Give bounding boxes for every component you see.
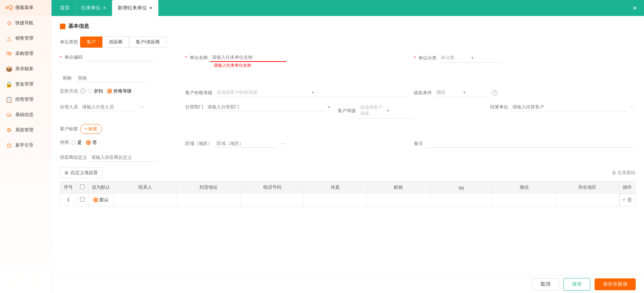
th-checkbox[interactable] — [77, 181, 88, 194]
purchase-icon: 🛍 — [6, 50, 13, 57]
payment-terms-select[interactable]: 现结 ▼ — [434, 88, 490, 97]
btn-type-supplier[interactable]: 供应商 — [102, 36, 129, 48]
remarks-input[interactable] — [425, 139, 636, 148]
td-address[interactable] — [177, 194, 240, 206]
radio-disable-no[interactable]: 否 — [86, 139, 97, 146]
unit-category-required: * — [414, 55, 416, 60]
supervisor-input[interactable] — [80, 103, 136, 111]
supervisor-row: 分管人员 ··· 分管部门 ▼ 客户等级 请选择客户等级 ▼ 结算单位 — [60, 103, 636, 119]
td-wechat[interactable] — [493, 194, 556, 206]
td-email[interactable] — [367, 194, 430, 206]
unit-code-label: 单位编码 — [64, 54, 83, 60]
sidebar-item-system[interactable]: ⚙ 系统管理 — [0, 122, 51, 138]
row-checkbox[interactable] — [80, 197, 85, 202]
radio-discount[interactable]: 折扣 — [88, 88, 103, 94]
save-button[interactable]: 保存 — [563, 278, 590, 291]
sidebar-item-sales[interactable]: △ 销售管理 — [0, 31, 51, 46]
sidebar-item-purchase[interactable]: 🛍 采购管理 — [0, 46, 51, 61]
btn-type-customer[interactable]: 客户 — [80, 36, 102, 48]
sidebar-item-finance[interactable]: 🔒 资金管理 — [0, 76, 51, 92]
region-input[interactable] — [214, 139, 277, 148]
th-default: 设为默认 — [88, 181, 114, 194]
sidebar-item-label: 新手引导 — [15, 142, 33, 148]
supervisor-more-btn[interactable]: ··· — [138, 104, 145, 110]
short-name-label: 简称 — [63, 75, 72, 81]
tab-new-unit-close[interactable]: ✕ — [149, 6, 152, 10]
delete-row-btn[interactable]: 🗑 — [627, 197, 633, 203]
table-header-row: 序号 设为默认 联系人 到货地址 电话号码 传真 邮箱 qq 微信 所在地区 操… — [60, 181, 636, 194]
th-index: 序号 — [60, 181, 77, 194]
short-name-field: 简称 — [60, 74, 178, 82]
customer-level-select[interactable]: 请选择客户等级 ▼ — [358, 103, 414, 119]
radio-disable-yes[interactable]: 是 — [71, 139, 82, 146]
settlement-unit-label: 结算单位 — [490, 104, 508, 110]
contacts-table: 序号 设为默认 联系人 到货地址 电话号码 传真 邮箱 qq 微信 所在地区 操… — [60, 181, 636, 206]
radio-default[interactable]: 默认 — [92, 197, 110, 203]
unit-code-input[interactable]: 000009 — [85, 53, 154, 62]
td-region[interactable] — [556, 194, 619, 206]
tab-new-unit[interactable]: 新增往来单位 ✕ — [112, 0, 158, 16]
help-icon-payment[interactable]: ? — [492, 90, 497, 96]
pricing-radio-group: 折扣 价格等级 — [88, 88, 132, 94]
delete-icon: 🗑 — [612, 170, 616, 175]
tab-units[interactable]: 往来单位 ✕ — [76, 0, 112, 16]
settlement-unit-input[interactable] — [510, 103, 626, 111]
sidebar: ≡Q 搜索菜单 ⊙ 快捷导航 △ 销售管理 🛍 采购管理 📦 库存核算 🔒 资金… — [0, 0, 52, 293]
td-fax[interactable] — [304, 194, 367, 206]
radio-price-level[interactable]: 价格等级 — [107, 88, 132, 94]
help-icon-pricing[interactable]: ? — [80, 88, 86, 94]
sidebar-item-basicinfo[interactable]: 🗂 基础信息 — [0, 107, 51, 122]
sidebar-item-quicknav[interactable]: ⊙ 快捷导航 — [0, 15, 51, 31]
unit-code-field: * 单位编码 000009 — [60, 53, 178, 62]
td-qq[interactable] — [430, 194, 493, 206]
sidebar-item-business[interactable]: 📋 经营管理 — [0, 92, 51, 107]
unit-name-input[interactable] — [210, 53, 286, 62]
tab-units-close[interactable]: ✕ — [103, 6, 106, 10]
add-tag-btn[interactable]: + 标签 — [80, 124, 102, 134]
add-row-btn[interactable]: + — [622, 197, 626, 203]
unit-type-label: 单位类型 — [60, 39, 78, 45]
section-icon — [60, 24, 65, 29]
tab-home[interactable]: 首页 — [54, 0, 76, 16]
close-all-tabs[interactable]: ✕ — [628, 5, 641, 11]
supplier-custom-input[interactable] — [89, 153, 159, 162]
department-label: 分管部门 — [185, 104, 203, 110]
save-add-button[interactable]: 保存并新增 — [595, 278, 636, 290]
custom-settings-btn[interactable]: ⚙ 自定义项设置 — [60, 167, 102, 178]
contact-input[interactable] — [117, 197, 173, 202]
region-table-input[interactable] — [559, 197, 615, 202]
unit-category-select[interactable]: 未分类 ▼ — [439, 53, 501, 63]
batch-delete-btn[interactable]: 🗑 批量删除 — [612, 170, 636, 176]
customer-level-label: 客户等级 — [338, 108, 356, 114]
department-input[interactable] — [205, 103, 325, 111]
fax-input[interactable] — [307, 197, 363, 202]
contacts-table-section: ⚙ 自定义项设置 🗑 批量删除 序号 设为默认 联系人 到货地址 电话 — [60, 167, 636, 206]
region-more-btn[interactable]: ··· — [279, 140, 286, 147]
td-checkbox[interactable] — [77, 194, 88, 206]
sidebar-item-search[interactable]: ≡Q 搜索菜单 — [0, 0, 51, 15]
td-contact[interactable] — [114, 194, 177, 206]
inventory-icon: 📦 — [6, 65, 13, 72]
sidebar-item-label: 资金管理 — [15, 81, 33, 87]
settlement-more-btn[interactable]: ··· — [628, 104, 636, 110]
address-input[interactable] — [181, 197, 237, 202]
qq-input[interactable] — [433, 197, 489, 202]
customer-price-level-select[interactable]: 请选择客户价格等级 ▼ — [214, 88, 407, 97]
settlement-unit-field: 结算单位 ··· — [490, 103, 636, 111]
cancel-button[interactable]: 取消 — [532, 278, 559, 291]
btn-type-both[interactable]: 客户/供应商 — [129, 36, 166, 48]
sidebar-item-inventory[interactable]: 📦 库存核算 — [0, 61, 51, 76]
sidebar-item-guide[interactable]: ⊡ 新手引导 — [0, 138, 51, 153]
td-phone[interactable] — [241, 194, 304, 206]
phone-input[interactable] — [244, 197, 300, 202]
radio-price-level-circle — [107, 89, 112, 93]
short-name-input[interactable] — [76, 74, 146, 82]
select-all-checkbox[interactable] — [80, 185, 85, 189]
gear-icon: ⚙ — [64, 170, 69, 176]
th-phone: 电话号码 — [241, 181, 304, 194]
email-input[interactable] — [370, 197, 426, 202]
unit-type-field: 单位类型 客户 供应商 客户/供应商 — [60, 36, 199, 48]
wechat-input[interactable] — [496, 197, 552, 202]
table-controls-row: ⚙ 自定义项设置 🗑 批量删除 — [60, 167, 636, 178]
radio-yes-circle — [71, 140, 76, 145]
